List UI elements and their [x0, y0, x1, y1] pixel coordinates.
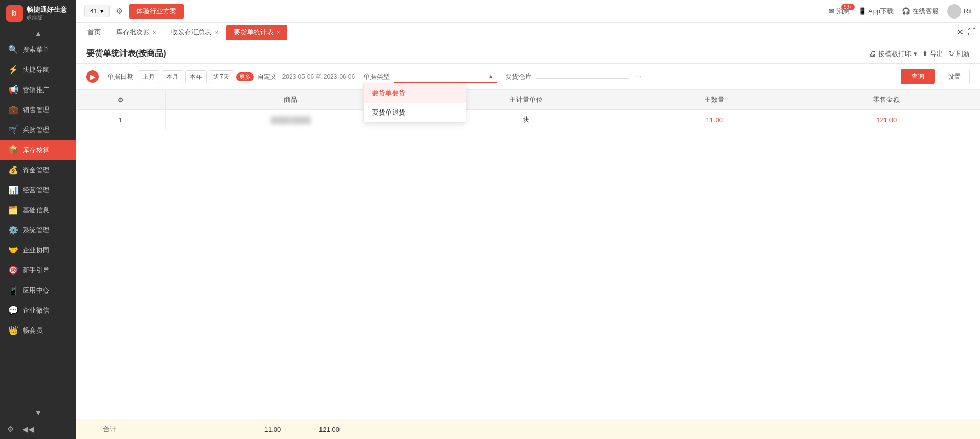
settings-button[interactable]: 设置	[939, 69, 970, 84]
print-icon: 🖨	[869, 50, 876, 58]
print-label: 按模板打印	[878, 49, 912, 59]
dropdown-item-return[interactable]: 要货单退货	[364, 103, 466, 122]
wechat-icon: 💬	[8, 305, 19, 315]
date-btn-this-month[interactable]: 本月	[162, 70, 183, 83]
table-header-quantity: 主数量	[636, 90, 793, 110]
settings-icon: ⚙	[118, 96, 124, 104]
close-all-button[interactable]: ✕	[957, 27, 964, 37]
refresh-button[interactable]: ↻ 刷新	[949, 49, 970, 59]
query-button[interactable]: 查询	[901, 69, 935, 84]
purchase-icon: 🛒	[8, 125, 19, 135]
chevron-down-icon: ▾	[914, 50, 917, 58]
sidebar-item-quicknav[interactable]: ⚡ 快捷导航	[0, 60, 76, 80]
warehouse-select[interactable]	[536, 75, 629, 79]
search-icon: 🔍	[8, 45, 19, 54]
close-icon[interactable]: ×	[277, 29, 280, 35]
online-service-label: 在线客服	[912, 7, 939, 16]
base-icon: 🗂️	[8, 205, 19, 215]
inventory-icon: 📦	[8, 145, 19, 155]
settings-icon[interactable]: ⚙	[7, 425, 14, 434]
more-dates-button[interactable]: 更多	[236, 72, 254, 81]
tab-selector[interactable]: 41 ▾	[84, 5, 110, 17]
sidebar-item-inventory[interactable]: 📦 库存核算	[0, 140, 76, 160]
date-filter-group: 单据日期 上月 本月 本年 近7天 更多 自定义 2023-05-06 至 20…	[107, 70, 355, 83]
avatar	[947, 4, 961, 19]
tab-row: 首页 库存批次账 × 收发存汇总表 × 要货单统计表 × ✕ ⛶	[76, 23, 980, 42]
messages-btn[interactable]: ✉ 消息 99+	[829, 7, 850, 16]
sales-icon: 💼	[8, 105, 19, 115]
sidebar-item-label: 销售管理	[23, 105, 49, 115]
sidebar-item-member[interactable]: 👑 畅会员	[0, 320, 76, 340]
marketing-icon: 📢	[8, 85, 19, 95]
tab-order-stat[interactable]: 要货单统计表 ×	[226, 25, 287, 40]
dots-icon[interactable]: ···	[635, 72, 642, 81]
type-filter-group: 单据类型 ▲ 要货单要货 要货单退货	[363, 71, 497, 83]
sidebar-item-operation[interactable]: 📊 经营管理	[0, 180, 76, 200]
tab-receivable-summary[interactable]: 收发存汇总表 ×	[164, 25, 225, 40]
online-service-btn[interactable]: 🎧 在线客服	[902, 7, 939, 16]
app-logo: b 畅捷通好生意 标准版	[0, 0, 76, 27]
sidebar-item-newbie[interactable]: 🎯 新手引导	[0, 260, 76, 280]
page-content: 要货单统计表(按商品) 🖨 按模板打印 ▾ ⬆ 导出 ↻ 刷新	[76, 42, 980, 439]
sidebar-item-apps[interactable]: 📱 应用中心	[0, 280, 76, 300]
expand-filter-button[interactable]: ▶	[86, 70, 99, 83]
type-filter-label: 单据类型	[363, 72, 390, 81]
sidebar-item-label: 采购管理	[23, 125, 49, 135]
footer-label: 合计	[82, 425, 185, 434]
date-buttons: 上月 本月 本年 近7天 更多	[138, 70, 254, 83]
tab-row-right: ✕ ⛶	[957, 27, 976, 37]
close-icon[interactable]: ×	[215, 29, 218, 35]
expand-icon: ▶	[90, 72, 96, 81]
app-download-btn[interactable]: 📱 App下载	[858, 7, 894, 16]
chevron-up-icon: ▲	[488, 72, 494, 80]
tab-home-label: 首页	[87, 28, 101, 37]
sidebar-item-label: 快捷导航	[23, 65, 49, 75]
sidebar-item-wechat[interactable]: 💬 企业微信	[0, 300, 76, 320]
sidebar-item-purchase[interactable]: 🛒 采购管理	[0, 120, 76, 140]
sidebar-item-marketing[interactable]: 📢 营销推广	[0, 80, 76, 100]
sidebar-item-sales[interactable]: 💼 销售管理	[0, 100, 76, 120]
tab-home[interactable]: 首页	[80, 25, 108, 40]
row-quantity: 11.00	[636, 110, 793, 130]
tab-inventory-batch-label: 库存批次账	[116, 28, 150, 37]
custom-date-button[interactable]: 自定义	[258, 72, 276, 81]
dropdown-item-order[interactable]: 要货单要货	[364, 83, 466, 103]
type-select[interactable]: ▲	[394, 71, 497, 83]
sidebar-item-base[interactable]: 🗂️ 基础信息	[0, 200, 76, 220]
sidebar-item-finance[interactable]: 💰 资金管理	[0, 160, 76, 180]
sidebar-bottom: ⚙ ◀◀	[0, 419, 76, 439]
user-name: Rit	[964, 7, 972, 15]
row-amount: 121.00	[793, 110, 980, 130]
collapse-icon[interactable]: ◀◀	[22, 425, 34, 434]
row-num: 1	[76, 110, 166, 130]
date-btn-this-year[interactable]: 本年	[185, 70, 207, 83]
warehouse-filter-group: 要货仓库 ···	[505, 72, 642, 81]
footer-quantity: 11.00	[247, 426, 298, 433]
sidebar-item-enterprise[interactable]: 🤝 企业协同	[0, 240, 76, 260]
warehouse-filter-label: 要货仓库	[505, 72, 532, 81]
table-header-settings[interactable]: ⚙	[76, 90, 166, 110]
export-button[interactable]: ⬆ 导出	[922, 49, 943, 59]
user-profile[interactable]: Rit	[947, 4, 972, 19]
expand-tabs-button[interactable]: ⛶	[968, 28, 976, 37]
table-container: ⚙ 商品 主计量单位 主数量 零售金额 1 ████ ████	[76, 90, 980, 419]
date-btn-7days[interactable]: 近7天	[209, 70, 234, 83]
sidebar-item-label: 经营管理	[23, 186, 49, 195]
sidebar-scroll-down[interactable]: ▼	[0, 407, 76, 419]
sidebar-scroll-up[interactable]: ▲	[0, 27, 76, 40]
sidebar-item-search[interactable]: 🔍 搜索菜单	[0, 40, 76, 60]
tab-inventory-batch[interactable]: 库存批次账 ×	[109, 25, 163, 40]
sidebar-item-system[interactable]: ⚙️ 系统管理	[0, 220, 76, 240]
gear-button[interactable]: ⚙	[116, 6, 123, 16]
date-btn-last-month[interactable]: 上月	[138, 70, 159, 83]
close-icon[interactable]: ×	[153, 29, 156, 35]
phone-icon: 📱	[858, 7, 866, 15]
print-template-button[interactable]: 🖨 按模板打印 ▾	[869, 49, 917, 59]
footer-amount: 121.00	[304, 426, 355, 433]
trial-button[interactable]: 体验行业方案	[129, 4, 184, 19]
sidebar-item-label: 企业微信	[23, 306, 49, 315]
sidebar-item-label: 营销推广	[23, 85, 49, 95]
top-bar-left: 41 ▾ ⚙ 体验行业方案	[84, 4, 184, 19]
page-title: 要货单统计表(按商品)	[86, 48, 166, 59]
type-input[interactable]	[397, 72, 486, 80]
